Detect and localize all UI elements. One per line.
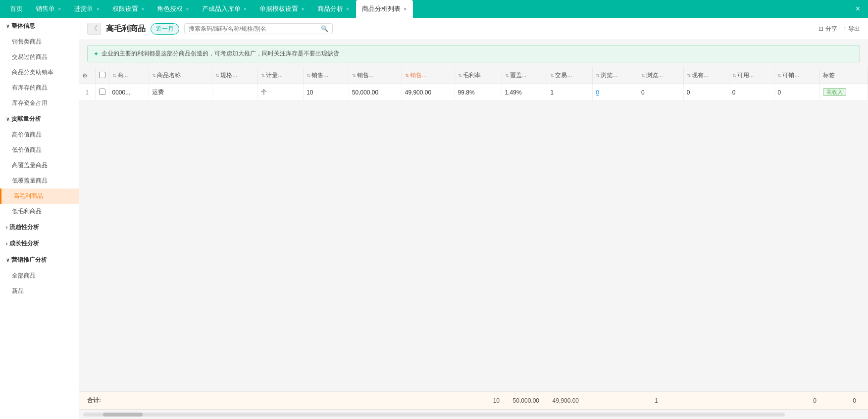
th-checkbox[interactable] <box>95 67 109 84</box>
data-table-container[interactable]: ⚙ ⇅商... ⇅商品名称 ⇅规格... ⇅计量... ⇅销售... ⇅销售..… <box>79 67 868 391</box>
export-button[interactable]: ↑ 导出 <box>843 25 860 33</box>
search-box[interactable]: 🔍 <box>184 23 333 34</box>
footer-label: 合计: <box>87 396 101 405</box>
sidebar-item-category-rate[interactable]: 商品分类助销率 <box>0 65 79 80</box>
th-sale-amount[interactable]: ⇅销售... <box>349 67 402 84</box>
close-icon[interactable]: × <box>244 6 247 12</box>
th-transactions[interactable]: ⇅交易... <box>547 67 593 84</box>
scrollbar-thumb[interactable] <box>103 413 143 417</box>
th-gross-rate[interactable]: ⇅毛利率 <box>455 67 502 84</box>
row-transactions: 1 <box>547 84 593 101</box>
nav-tab-analysis[interactable]: 商品分析 × <box>311 0 355 18</box>
row-spec <box>212 84 258 101</box>
th-sale-qty[interactable]: ⇅销售... <box>303 67 349 84</box>
table-row: 1 0000... 运费 个 10 50,000.00 49,900.00 99… <box>79 84 868 101</box>
close-icon[interactable]: × <box>346 6 349 12</box>
search-input[interactable] <box>189 25 319 32</box>
row-browse2: 0 <box>638 84 684 101</box>
th-browse1[interactable]: ⇅浏览... <box>593 67 638 84</box>
select-all-checkbox[interactable] <box>99 72 105 78</box>
content-header: 《 高毛利商品 近一月 🔍 ⊡ 分享 ↑ 导出 <box>79 18 868 40</box>
sidebar-item-high-coverage[interactable]: 高覆盖量商品 <box>0 158 79 173</box>
search-icon[interactable]: 🔍 <box>321 25 328 32</box>
sidebar-item-in-stock[interactable]: 有库存的商品 <box>0 80 79 95</box>
sidebar-item-low-value[interactable]: 低价值商品 <box>0 142 79 158</box>
main-layout: ∨ 整体信息 销售类商品 交易过的商品 商品分类助销率 有库存的商品 库存资金占… <box>0 18 868 419</box>
footer-sale-profit: 49,900.00 <box>543 397 583 404</box>
nav-tab-sales[interactable]: 销售单 × <box>30 0 67 18</box>
horizontal-scrollbar[interactable] <box>79 409 868 419</box>
sidebar-item-high-margin[interactable]: 高毛利商品 <box>0 188 79 204</box>
filter-period-button[interactable]: 近一月 <box>151 23 179 35</box>
row-browse1[interactable]: 0 <box>593 84 638 101</box>
close-icon[interactable]: × <box>58 6 61 12</box>
sidebar-item-traded-goods[interactable]: 交易过的商品 <box>0 49 79 65</box>
th-available[interactable]: ⇅可用... <box>729 67 774 84</box>
header-actions: ⊡ 分享 ↑ 导出 <box>818 25 860 33</box>
top-navigation: 首页 销售单 × 进货单 × 权限设置 × 角色授权 × 产成品入库单 × 单据… <box>0 0 868 18</box>
th-coverage[interactable]: ⇅覆盖... <box>502 67 547 84</box>
share-icon: ⊡ <box>818 25 823 32</box>
footer-sale-qty: 10 <box>464 397 504 404</box>
row-unit: 个 <box>258 84 304 101</box>
row-sale-profit: 49,900.00 <box>402 84 455 101</box>
sidebar-item-sales-goods[interactable]: 销售类商品 <box>0 34 79 49</box>
th-tag[interactable]: 标签 <box>820 67 868 84</box>
chevron-down-icon: ∨ <box>6 116 9 122</box>
close-icon[interactable]: × <box>186 6 189 12</box>
close-icon[interactable]: × <box>141 6 144 12</box>
th-spec[interactable]: ⇅规格... <box>212 67 258 84</box>
chevron-down-icon: ∨ <box>6 257 9 263</box>
nav-tab-template[interactable]: 单据模板设置 × <box>254 0 310 18</box>
nav-tab-purchase[interactable]: 进货单 × <box>68 0 105 18</box>
th-sale-profit[interactable]: ⇅销售... <box>402 67 455 84</box>
close-all-tabs-button[interactable]: × <box>852 4 864 13</box>
sidebar-item-high-value[interactable]: 高价值商品 <box>0 127 79 142</box>
row-code: 0000... <box>109 84 149 101</box>
info-text: 企业的主要的利润都是这部分商品创造的，可考虑加大推广，同时关注库存是不要出现缺货 <box>102 49 339 58</box>
collapse-sidebar-button[interactable]: 《 <box>87 23 101 35</box>
share-button[interactable]: ⊡ 分享 <box>818 25 837 33</box>
sidebar-item-stock-fund[interactable]: 库存资金占用 <box>0 95 79 111</box>
nav-tab-roles[interactable]: 角色授权 × <box>151 0 195 18</box>
th-settings[interactable]: ⚙ <box>79 67 95 84</box>
content-area: 《 高毛利商品 近一月 🔍 ⊡ 分享 ↑ 导出 ✦ 企业的主要的利润都是这部 <box>79 18 868 419</box>
scrollbar-track[interactable] <box>83 413 785 417</box>
row-current-stock: 0 <box>683 84 729 101</box>
sidebar-item-new-goods[interactable]: 新品 <box>0 283 79 299</box>
row-num: 1 <box>79 84 95 101</box>
sidebar-group-growth[interactable]: › 成长性分析 <box>0 235 79 252</box>
sidebar-group-contribution[interactable]: ∨ 贡献量分析 <box>0 111 79 127</box>
sidebar-item-all-goods[interactable]: 全部商品 <box>0 268 79 283</box>
sidebar-group-marketing[interactable]: ∨ 营销推广分析 <box>0 252 79 268</box>
info-banner: ✦ 企业的主要的利润都是这部分商品创造的，可考虑加大推广，同时关注库存是不要出现… <box>87 45 860 62</box>
footer-available: 0 <box>781 397 820 404</box>
row-checkbox[interactable] <box>99 89 105 95</box>
nav-tab-analysis-list[interactable]: 商品分析列表 × <box>356 0 412 18</box>
th-unit[interactable]: ⇅计量... <box>258 67 304 84</box>
row-coverage: 1.49% <box>502 84 547 101</box>
nav-tab-home[interactable]: 首页 <box>4 0 29 18</box>
nav-tab-inbound[interactable]: 产成品入库单 × <box>196 0 253 18</box>
th-code[interactable]: ⇅商... <box>109 67 149 84</box>
nav-tab-permissions[interactable]: 权限设置 × <box>106 0 150 18</box>
sidebar-group-trend[interactable]: › 流趋性分析 <box>0 219 79 235</box>
sidebar-item-low-margin[interactable]: 低毛利商品 <box>0 204 79 219</box>
page-title: 高毛利商品 <box>106 24 146 34</box>
row-saleable: 0 <box>774 84 820 101</box>
th-saleable[interactable]: ⇅可销... <box>774 67 820 84</box>
sidebar-item-low-coverage[interactable]: 低覆盖量商品 <box>0 173 79 188</box>
sidebar-group-overall[interactable]: ∨ 整体信息 <box>0 18 79 34</box>
close-icon[interactable]: × <box>404 6 407 12</box>
footer-saleable: 0 <box>820 397 860 404</box>
settings-icon[interactable]: ⚙ <box>82 72 88 79</box>
th-browse2[interactable]: ⇅浏览... <box>638 67 684 84</box>
info-icon: ✦ <box>94 50 99 57</box>
footer-totals: 合计: 10 50,000.00 49,900.00 1 0 0 <box>79 391 868 409</box>
row-checkbox-cell[interactable] <box>95 84 109 101</box>
close-icon[interactable]: × <box>301 6 304 12</box>
close-icon[interactable]: × <box>96 6 99 12</box>
row-gross-rate: 99.8% <box>455 84 502 101</box>
th-name[interactable]: ⇅商品名称 <box>149 67 212 84</box>
th-current-stock[interactable]: ⇅现有... <box>683 67 729 84</box>
